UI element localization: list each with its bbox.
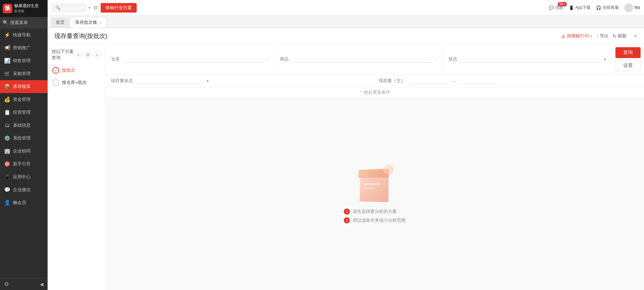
sidebar-item-app-center[interactable]: 📱 应用中心 [0,170,48,183]
status-label: 状态 [448,56,458,62]
warehouse-input[interactable] [122,56,262,62]
sidebar-item-quick-nav[interactable]: ⚡ 快捷导航 [0,29,48,41]
operation-icon: 📋 [4,109,10,115]
empty-hint-2: 2 用过滤条件来缩小分析范围 [344,217,406,223]
filter-settings-button[interactable]: 设置 [615,60,641,71]
sidebar-item-sales[interactable]: 📊 销售管理 [0,54,48,67]
sidebar-item-label: 资金管理 [13,96,31,103]
sidebar-item-label: 快捷导航 [13,32,31,38]
warehouse-label: 仓库 [111,56,120,62]
sidebar-item-system[interactable]: ⚙️ 系统管理 [0,132,48,145]
sidebar-item-member[interactable]: 👤 畅会员 [0,196,48,209]
plan-by-batch-label: 按批次 [62,67,75,73]
sidebar-header: 畅 畅康通好生意 标准版 [0,0,48,17]
action-buttons: 查询 设置 [612,44,644,74]
sidebar-settings-icon[interactable]: ⚙ [4,281,9,287]
hint-1-text: 请先选择要分析的方案 [353,209,397,215]
plan-settings-button[interactable]: ⚙ [84,51,91,58]
sidebar-item-inventory[interactable]: 📦 库存核算 [0,80,48,93]
collapse-label: 收起更多条件 [364,89,390,95]
topbar-right: 💬 消息 99+ 📱 App下载 🎧 在线客服 Rit [549,3,640,12]
collapse-button[interactable]: ⌃ 收起更多条件 [105,87,644,98]
tab-batch-label: 库存批次账 [75,19,97,25]
inv-main-to[interactable] [459,77,499,84]
sidebar-collapse-icon[interactable]: ◀ [40,282,44,287]
app-download-button[interactable]: 📱 App下载 [569,5,591,11]
refresh-button[interactable]: ↻ 刷新 [613,33,627,39]
system-icon: ⚙️ [4,135,10,141]
sidebar-item-label: 采购管理 [13,71,31,77]
goods-input[interactable] [291,56,431,62]
sidebar-item-finance[interactable]: 💰 资金管理 [0,93,48,106]
company-name: 畅康通好生意 [14,3,39,9]
sidebar-item-label: 新手引导 [13,161,31,167]
sidebar-item-label: 库存核算 [13,84,31,90]
sidebar-item-label: 营销推广 [13,45,31,51]
export-label: 导出 [600,33,609,39]
panel-collapse-button[interactable]: « [94,51,101,58]
sidebar-item-wechat[interactable]: 💬 企业微信 [0,183,48,196]
sidebar-item-label: 经营管理 [13,109,31,115]
sidebar-item-basic[interactable]: 🗂 基础信息 [0,119,48,132]
topbar: 🔍 ▾ ⚙ 体验行业方案 💬 消息 99+ 📱 App下载 🎧 在线客服 Rit [48,0,644,16]
hint-2-number: 2 [344,217,350,223]
main-area: 🔍 ▾ ⚙ 体验行业方案 💬 消息 99+ 📱 App下载 🎧 在线客服 Rit [48,0,644,290]
empty-hint-1: 1 请先选择要分析的方案 [344,209,406,215]
finance-icon: 💰 [4,96,10,103]
refresh-label: 刷新 [618,33,627,39]
tab-home[interactable]: 首页 [51,17,69,28]
hint-2-text: 用过滤条件来缩小分析范围 [353,217,406,223]
sidebar-item-label: 应用中心 [13,174,31,180]
search-label: 搜索菜单 [10,20,28,26]
printer-icon: 🖨 [561,34,565,39]
sidebar-item-label: 企业微信 [13,187,31,193]
sales-icon: 📊 [4,58,10,64]
trial-button[interactable]: 体验行业方案 [101,3,137,13]
message-button[interactable]: 💬 消息 99+ [549,5,563,11]
tab-close-icon[interactable]: × [99,20,101,24]
member-icon: 👤 [4,200,10,206]
template-print-chevron: ▾ [590,34,592,38]
plan-by-warehouse-icon: ○ [52,79,59,86]
goods-more-icon[interactable]: ··· [434,56,438,62]
plan-item-by-warehouse-batch[interactable]: ○ 按仓库+批次 [48,76,105,89]
sidebar-item-operation[interactable]: 📋 经营管理 [0,106,48,119]
sidebar-item-guide[interactable]: 🎯 新手引导 [0,158,48,170]
plan-item-by-batch[interactable]: ✓ 按批次 [48,64,105,76]
page-close-button[interactable]: × [633,33,637,40]
tab-batch-account[interactable]: 库存批次账 × [70,17,106,28]
query-button[interactable]: 查询 [615,47,641,58]
user-profile[interactable]: Rit [624,3,640,12]
content-area: 现存量查询(按批次) 🖨 按模板打印 ▾ ↑ 导出 ↻ 刷新 × [48,28,644,290]
template-print-label: 按模板打印 [567,33,589,39]
export-icon: ↑ [596,34,599,39]
purchase-icon: 🛒 [4,71,10,77]
status-chevron[interactable]: ▾ [604,56,606,62]
app-logo: 畅 [3,4,12,13]
sidebar-item-label: 系统管理 [13,135,31,141]
export-button[interactable]: ↑ 导出 [596,33,609,39]
sidebar-item-purchase[interactable]: 🛒 采购管理 [0,67,48,80]
empty-hints: 1 请先选择要分析的方案 2 用过滤条件来缩小分析范围 [344,209,406,223]
sidebar-search[interactable]: 🔍 搜索菜单 [0,17,48,29]
template-print-button[interactable]: 🖨 按模板打印 ▾ [561,33,592,39]
panel-actions: + ⚙ « [74,51,101,58]
inv-status-input[interactable] [136,77,204,84]
plan-by-warehouse-label: 按仓库+批次 [62,79,87,86]
online-service-button[interactable]: 🎧 在线客服 [596,5,619,11]
topbar-search-box[interactable]: 🔍 [52,4,86,12]
topbar-chevron-icon[interactable]: ▾ [88,5,90,10]
inv-main-dash: — [452,78,456,84]
status-input[interactable] [460,56,602,62]
add-plan-button[interactable]: + [74,51,82,58]
sidebar-item-enterprise[interactable]: 🏢 企业协同 [0,145,48,158]
app-download-label: App下载 [575,5,591,11]
inv-main-from[interactable] [408,77,449,84]
inv-status-chevron[interactable]: ▾ [206,78,209,84]
inv-status-label: 现存量状态 [111,78,133,84]
topbar-gear-icon[interactable]: ⚙ [93,4,98,11]
quick-nav-icon: ⚡ [4,32,10,38]
warehouse-more-icon[interactable]: ··· [265,56,269,62]
refresh-icon: ↻ [613,34,616,39]
sidebar-item-marketing[interactable]: 📢 营销推广 [0,41,48,54]
